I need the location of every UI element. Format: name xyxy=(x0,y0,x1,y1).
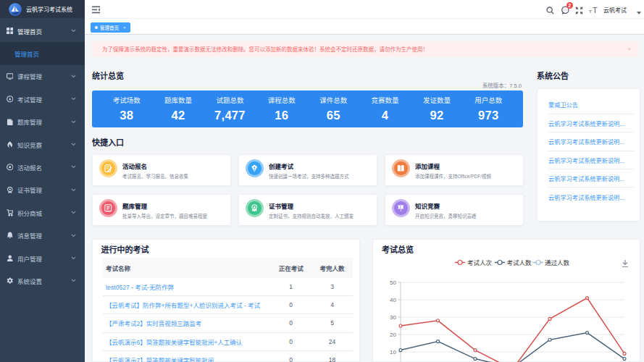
svg-text:10: 10 xyxy=(390,349,396,355)
svg-text:T: T xyxy=(593,6,598,14)
svg-text:考试人次: 考试人次 xyxy=(467,259,493,266)
svg-text:50: 50 xyxy=(390,279,396,286)
svg-text:40: 40 xyxy=(390,297,396,303)
svg-text:通过人数: 通过人数 xyxy=(545,259,570,266)
svg-text:т: т xyxy=(589,8,592,14)
svg-text:考试人数: 考试人数 xyxy=(507,259,532,266)
svg-text:30: 30 xyxy=(390,314,396,321)
svg-text:20: 20 xyxy=(390,332,396,338)
